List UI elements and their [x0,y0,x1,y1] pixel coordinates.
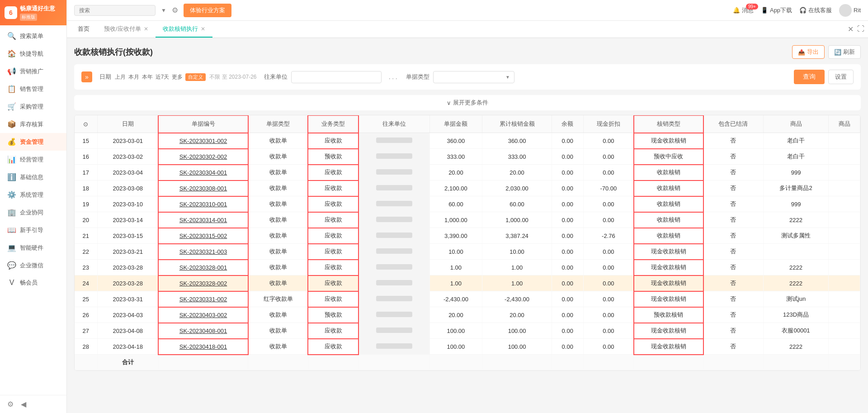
sidebar-item-quick-nav[interactable]: 🏠 快捷导航 [0,45,66,62]
close-tab-prepay[interactable]: ✕ [144,26,148,32]
th-balance: 余额 [552,115,583,133]
th-partner: 往来单位 [359,115,429,133]
th-row-num: ⊙ [75,115,97,133]
sidebar-item-system[interactable]: ⚙️ 系统管理 [0,186,66,204]
th-goods: 商品 [763,115,828,133]
tab-prepay-confirm[interactable]: 预收/应收付单 ✕ [97,21,156,38]
th-goods2: 商品 [829,115,860,133]
operations-icon: 📊 [7,155,16,164]
data-table: ⊙ 日期 单据编号 单据类型 业务类型 往来单位 单据金额 累计核销金额 余额 … [75,115,860,370]
close-tab-receipt[interactable]: ✕ [201,26,205,32]
export-btn[interactable]: 📤 导出 [792,45,825,59]
filter-last-month[interactable]: 上月 [115,73,126,81]
sidebar-item-member[interactable]: V 畅会员 [0,274,66,291]
export-icon: 📤 [798,49,805,56]
gear-icon[interactable]: ⚙ [172,6,178,14]
tab-bar: 首页 预收/应收付单 ✕ 收款核销执行 ✕ ✕ ⛶ [67,21,868,38]
user-menu[interactable]: Rit [839,4,861,17]
filter-this-month[interactable]: 本月 [128,73,139,81]
online-service-btn[interactable]: 🎧 在线客服 [799,6,832,14]
filter-receipt-type-group: 单据类型 [406,71,514,83]
table-scroll[interactable]: ⊙ 日期 单据编号 单据类型 业务类型 往来单位 单据金额 累计核销金额 余额 … [75,115,860,370]
industry-btn[interactable]: 体验行业方案 [184,4,231,17]
table-row: 272023-04-08SK-20230408-001收款单应收款100.001… [75,323,860,339]
inventory-icon: 📦 [7,120,16,128]
maximize-icon[interactable]: ⛶ [857,25,864,33]
refresh-btn[interactable]: 🔄 刷新 [828,45,861,59]
sidebar-item-purchase[interactable]: 🛒 采购管理 [0,98,66,115]
table-footer-row: 合计 [75,355,860,370]
notification-btn[interactable]: 🔔 消息 99+ [733,6,754,14]
table-row: 182023-03-08SK-20230308-001收款单应收款2,100.0… [75,180,860,196]
sidebar-item-guide[interactable]: 📖 新手引导 [0,221,66,239]
filter-expand-btn[interactable]: » [81,71,92,82]
refresh-icon: 🔄 [834,49,841,56]
th-doc-no: 单据编号 [158,115,248,133]
app-download-btn[interactable]: 📱 App下载 [761,6,792,14]
tab-home[interactable]: 首页 [71,21,97,38]
table-row: 262023-04-03SK-20230403-002收款单预收款20.0020… [75,307,860,323]
page-actions: 📤 导出 🔄 刷新 [792,45,861,59]
expand-more-btn[interactable]: ∨ 展开更多条件 [447,99,488,107]
sidebar-item-base-info[interactable]: ℹ️ 基础信息 [0,168,66,186]
tab-bar-right: ✕ ⛶ [848,25,864,33]
page-title: 收款核销执行(按收款) [74,47,153,57]
filter-this-year[interactable]: 本年 [142,73,153,81]
tab-receipt-verify[interactable]: 收款核销执行 ✕ [156,21,212,38]
partner-input[interactable] [291,71,382,83]
sidebar-item-enterprise[interactable]: 🏢 企业协同 [0,204,66,221]
wechat-icon: 💬 [7,261,16,270]
sidebar-item-operations[interactable]: 📊 经营管理 [0,151,66,168]
hardware-icon: 💻 [7,243,16,252]
sidebar-item-hardware[interactable]: 💻 智能硬件 [0,239,66,256]
table-row: 252023-03-31SK-20230331-002红字收款单应收款-2,43… [75,291,860,307]
chevron-down-icon: ∨ [447,100,451,106]
settings-btn[interactable]: 设置 [828,70,854,84]
table-row: 222023-03-21SK-20230321-003收款单应收款10.0010… [75,244,860,260]
collapse-icon[interactable]: ◀ [21,400,26,408]
receipt-type-select[interactable] [433,71,514,83]
th-date: 日期 [97,115,158,133]
settings-icon[interactable]: ⚙ [7,400,14,408]
sidebar-item-marketing[interactable]: 📢 营销推广 [0,62,66,80]
logo-text: 畅康通好生意 标推版 [20,5,55,21]
sidebar-logo: 6 畅康通好生意 标推版 [0,0,66,25]
filter-date-range: 不限 至 2023-07-26 [209,73,256,81]
page-title-bar: 收款核销执行(按收款) 📤 导出 🔄 刷新 [74,45,861,59]
table-row: 282023-04-18SK-20230418-001收款单应收款100.001… [75,339,860,355]
filter-7days[interactable]: 近7天 [156,73,170,81]
sales-icon: 📋 [7,85,16,93]
table-row: 192023-03-10SK-20230310-001收款单应收款60.0060… [75,196,860,212]
filter-select-wrap [433,71,514,83]
search-input[interactable] [74,5,156,16]
table-row: 232023-03-28SK-20230328-001收款单应收款1.001.0… [75,260,860,275]
filter-more[interactable]: 更多 [172,73,183,81]
th-biz-type: 业务类型 [308,115,359,133]
sidebar-item-wechat[interactable]: 💬 企业微信 [0,256,66,274]
sidebar-item-search[interactable]: 🔍 搜索菜单 [0,27,66,45]
sidebar-item-finance[interactable]: 💰 资金管理 [0,133,66,151]
main-area: ▼ ⚙ 体验行业方案 🔔 消息 99+ 📱 App下载 🎧 在线客服 Rit [67,0,868,413]
member-icon: V [7,279,16,287]
dropdown-icon[interactable]: ▼ [161,7,166,14]
sidebar-item-sales[interactable]: 📋 销售管理 [0,80,66,98]
purchase-icon: 🛒 [7,102,16,111]
bell-icon: 🔔 [733,7,740,14]
sidebar-footer: ⚙ ◀ [0,395,66,413]
close-window-icon[interactable]: ✕ [848,25,854,33]
query-btn[interactable]: 查询 [794,70,825,84]
sidebar-item-inventory[interactable]: 📦 库存核算 [0,115,66,133]
finance-icon: 💰 [7,138,16,146]
base-info-icon: ℹ️ [7,173,16,181]
system-icon: ⚙️ [7,190,16,199]
th-cum-verify: 累计核销金额 [482,115,552,133]
filter-custom[interactable]: 自定义 [185,73,206,81]
filter-action-btns: 查询 设置 [794,70,854,84]
th-doc-type: 单据类型 [248,115,308,133]
logo-icon: 6 [5,6,17,19]
avatar [839,4,852,17]
filter-partner-group: 往来单位 [264,71,382,83]
table-row: 162023-03-02SK-20230302-002收款单预收款333.003… [75,149,860,165]
search-icon: 🔍 [7,32,16,40]
table-row: 202023-03-14SK-20230314-001收款单应收款1,000.0… [75,212,860,228]
